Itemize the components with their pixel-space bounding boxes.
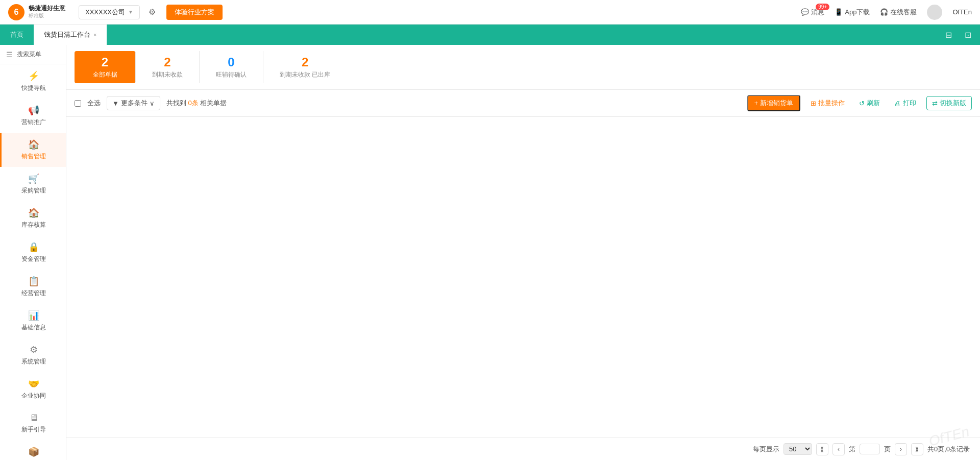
page-input[interactable]: 1 (860, 444, 880, 454)
tab-cashflow[interactable]: 钱货日清工作台 × (34, 25, 107, 45)
sidebar-label-capital: 资金管理 (21, 255, 46, 263)
sidebar-item-cooperation[interactable]: 🤝 企业协同 (0, 372, 66, 406)
sidebar-label-system: 系统管理 (21, 357, 46, 366)
nav-tabs-bar: 首页 钱货日清工作台 × ⊟ ⊡ (0, 25, 980, 45)
stat-number-all: 2 (102, 55, 108, 69)
stat-card-all[interactable]: 2 全部单据 (75, 51, 136, 83)
content-area: 2 全部单据 2 到期未收款 0 旺辅待确认 2 到期未收款 已出库 全选 ▼ … (66, 45, 980, 460)
online-service-btn[interactable]: 🎧 在线客服 (880, 8, 917, 17)
sidebar-label-quick-nav: 快捷导航 (21, 84, 46, 92)
sidebar-item-capital[interactable]: 🔒 资金管理 (0, 235, 66, 270)
settings-icon[interactable]: ⚙ (144, 4, 160, 20)
select-all-checkbox[interactable] (75, 100, 81, 107)
sidebar-label-sales: 销售管理 (21, 152, 46, 161)
table-area (66, 117, 980, 438)
toolbar-right: + 新增销货单 ⊞ 批量操作 ↺ 刷新 🖨 打印 ⇄ 切换新版 (747, 95, 972, 111)
header-right: 💬 消息 99+ 📱 App下载 🎧 在线客服 OfTEn (801, 5, 972, 20)
trial-button[interactable]: 体验行业方案 (166, 5, 223, 20)
sidebar-label-basic-info: 基础信息 (21, 323, 46, 332)
guide-icon: 🖥 (29, 413, 38, 423)
logo-area: 6 畅捷通好生意 标准版 (8, 4, 75, 20)
tab-close-icon[interactable]: × (93, 32, 96, 38)
user-name: OfTEn (952, 8, 972, 16)
batch-btn[interactable]: ⊞ 批量操作 (806, 96, 849, 110)
minimize-icon[interactable]: ⊟ (941, 28, 955, 42)
message-btn[interactable]: 💬 消息 99+ (801, 8, 824, 17)
search-menu-label: 搜索菜单 (17, 50, 41, 59)
stat-card-overdue[interactable]: 2 到期未收款 (136, 51, 200, 83)
refresh-btn[interactable]: ↺ 刷新 (855, 96, 884, 110)
company-name: XXXXXX公司 (85, 8, 125, 17)
next-page-btn[interactable]: › (895, 443, 907, 455)
sidebar: ☰ 搜索菜单 ⚡ 快捷导航 📢 营销推广 🏠 销售管理 🛒 采购管理 🏠 库存核… (0, 45, 66, 460)
sidebar-label-guide: 新手引导 (21, 425, 46, 434)
refresh-icon: ↺ (859, 100, 865, 107)
online-service-label: 在线客服 (890, 8, 917, 17)
maximize-icon[interactable]: ⊡ (961, 28, 975, 42)
total-text: 共0页,0条记录 (927, 445, 970, 454)
stat-label-pending: 旺辅待确认 (216, 70, 247, 79)
chevron-down-icon: ▼ (128, 9, 133, 15)
page-label: 第 (849, 445, 855, 454)
home-tab-label: 首页 (10, 30, 23, 39)
filter-label: 更多条件 (121, 99, 148, 108)
app-center-icon: 📦 (28, 446, 39, 457)
sidebar-item-marketing[interactable]: 📢 营销推广 (0, 99, 66, 133)
sidebar-item-basic-info[interactable]: 📊 基础信息 (0, 304, 66, 338)
stat-label-all: 全部单据 (93, 70, 117, 79)
search-icon: ☰ (6, 51, 13, 59)
headset-icon: 🎧 (880, 8, 888, 16)
sidebar-label-operations: 经营管理 (21, 289, 46, 298)
nav-bar-right: ⊟ ⊡ (941, 28, 980, 42)
cashflow-tab-label: 钱货日清工作台 (44, 30, 90, 39)
filter-btn[interactable]: ▼ 更多条件 ∨ (107, 96, 160, 110)
sidebar-item-operations[interactable]: 📋 经营管理 (0, 270, 66, 304)
empty-state (66, 117, 980, 438)
print-btn[interactable]: 🖨 打印 (890, 96, 920, 110)
system-icon: ⚙ (30, 344, 38, 355)
switch-icon: ⇄ (932, 100, 938, 107)
app-download-label: App下载 (845, 8, 870, 17)
sidebar-label-marketing: 营销推广 (21, 118, 46, 127)
sidebar-item-quick-nav[interactable]: ⚡ 快捷导航 (0, 64, 66, 99)
stat-card-pending[interactable]: 0 旺辅待确认 (200, 51, 263, 83)
last-page-btn[interactable]: ⟫ (911, 443, 923, 455)
sidebar-label-inventory: 库存核算 (21, 221, 46, 229)
stat-number-overdue: 2 (164, 55, 170, 69)
company-selector[interactable]: XXXXXX公司 ▼ (79, 5, 140, 19)
stat-number-pending: 0 (228, 55, 234, 69)
app-icon: 📱 (835, 8, 843, 16)
stat-cards-row: 2 全部单据 2 到期未收款 0 旺辅待确认 2 到期未收款 已出库 (66, 45, 980, 90)
select-all-label: 全选 (87, 99, 101, 108)
app-download-btn[interactable]: 📱 App下载 (835, 8, 870, 17)
stat-label-overdue: 到期未收款 (152, 70, 183, 79)
per-page-select[interactable]: 50 100 200 (783, 443, 812, 455)
sidebar-item-guide[interactable]: 🖥 新手引导 (0, 406, 66, 440)
main-layout: ☰ 搜索菜单 ⚡ 快捷导航 📢 营销推广 🏠 销售管理 🛒 采购管理 🏠 库存核… (0, 45, 980, 460)
page-label2: 页 (884, 445, 891, 454)
filter-icon: ▼ (112, 100, 119, 107)
quick-nav-icon: ⚡ (28, 70, 39, 82)
tab-home[interactable]: 首页 (0, 25, 34, 45)
sidebar-item-sales[interactable]: 🏠 销售管理 (0, 133, 66, 167)
per-page-label: 每页显示 (753, 445, 779, 454)
capital-icon: 🔒 (28, 241, 39, 253)
sidebar-item-purchase[interactable]: 🛒 采购管理 (0, 167, 66, 201)
message-icon: 💬 (801, 8, 809, 16)
prev-page-btn[interactable]: ‹ (832, 443, 845, 455)
inventory-icon: 🏠 (28, 207, 39, 219)
sidebar-item-system[interactable]: ⚙ 系统管理 (0, 338, 66, 372)
avatar[interactable] (927, 5, 942, 20)
add-sales-btn[interactable]: + 新增销货单 (747, 95, 800, 111)
found-text: 共找到 0条 相关单据 (166, 99, 227, 108)
sidebar-item-inventory[interactable]: 🏠 库存核算 (0, 201, 66, 235)
switch-version-btn[interactable]: ⇄ 切换新版 (926, 96, 972, 110)
search-menu-btn[interactable]: ☰ 搜索菜单 (0, 45, 66, 64)
batch-icon: ⊞ (811, 100, 816, 107)
stat-card-overdue-out[interactable]: 2 到期未收款 已出库 (263, 51, 347, 83)
cooperation-icon: 🤝 (28, 378, 39, 390)
marketing-icon: 📢 (28, 105, 39, 116)
first-page-btn[interactable]: ⟪ (816, 443, 828, 455)
sidebar-item-app-center[interactable]: 📦 应用中心 (0, 440, 66, 460)
found-count: 0条 (188, 99, 199, 107)
